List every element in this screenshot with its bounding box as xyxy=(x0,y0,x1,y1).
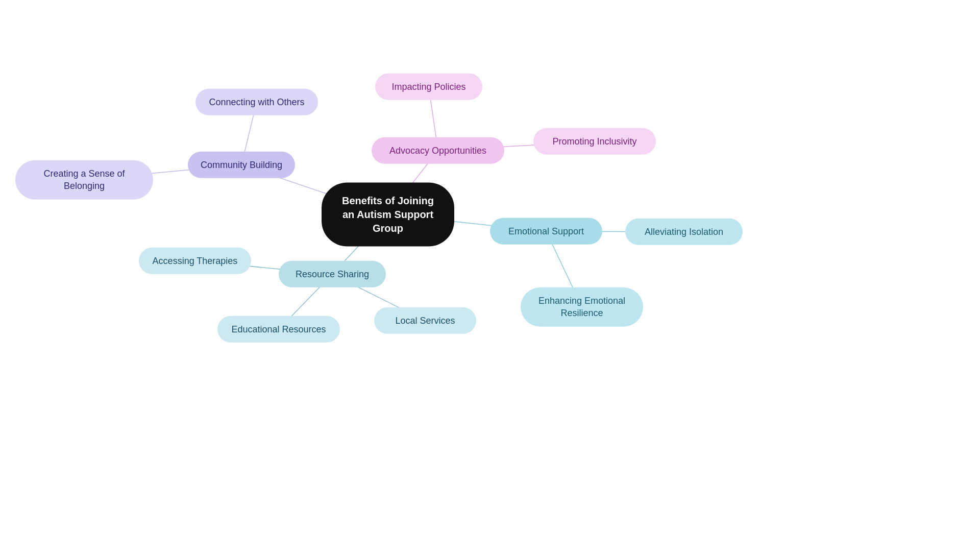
advocacy-opportunities-label: Advocacy Opportunities xyxy=(389,145,486,157)
educational-resources-label: Educational Resources xyxy=(231,323,326,335)
community-building-label: Community Building xyxy=(201,159,282,171)
connections-svg xyxy=(0,0,980,553)
connecting-with-others-label: Connecting with Others xyxy=(209,96,304,108)
promoting-inclusivity-node[interactable]: Promoting Inclusivity xyxy=(533,128,656,155)
resource-sharing-label: Resource Sharing xyxy=(296,268,369,280)
mindmap-container: Benefits of Joining an Autism Support Gr… xyxy=(0,0,980,553)
educational-resources-node[interactable]: Educational Resources xyxy=(217,316,340,343)
community-building-node[interactable]: Community Building xyxy=(188,152,295,178)
local-services-label: Local Services xyxy=(395,315,455,327)
enhancing-emotional-resilience-label: Enhancing Emotional Resilience xyxy=(533,295,631,320)
enhancing-emotional-resilience-node[interactable]: Enhancing Emotional Resilience xyxy=(521,287,643,327)
creating-sense-belonging-node[interactable]: Creating a Sense of Belonging xyxy=(15,160,153,200)
center-node-label: Benefits of Joining an Autism Support Gr… xyxy=(336,194,440,235)
resource-sharing-node[interactable]: Resource Sharing xyxy=(279,261,386,287)
center-node[interactable]: Benefits of Joining an Autism Support Gr… xyxy=(322,183,454,247)
local-services-node[interactable]: Local Services xyxy=(374,307,476,334)
impacting-policies-label: Impacting Policies xyxy=(391,81,465,93)
advocacy-opportunities-node[interactable]: Advocacy Opportunities xyxy=(372,137,504,164)
creating-sense-belonging-label: Creating a Sense of Belonging xyxy=(28,167,141,193)
accessing-therapies-node[interactable]: Accessing Therapies xyxy=(139,248,251,274)
emotional-support-node[interactable]: Emotional Support xyxy=(490,218,602,245)
emotional-support-label: Emotional Support xyxy=(508,225,584,237)
alleviating-isolation-label: Alleviating Isolation xyxy=(645,226,723,238)
accessing-therapies-label: Accessing Therapies xyxy=(153,255,238,267)
impacting-policies-node[interactable]: Impacting Policies xyxy=(375,74,482,100)
promoting-inclusivity-label: Promoting Inclusivity xyxy=(552,135,636,148)
connecting-with-others-node[interactable]: Connecting with Others xyxy=(195,89,318,115)
alleviating-isolation-node[interactable]: Alleviating Isolation xyxy=(625,219,743,245)
